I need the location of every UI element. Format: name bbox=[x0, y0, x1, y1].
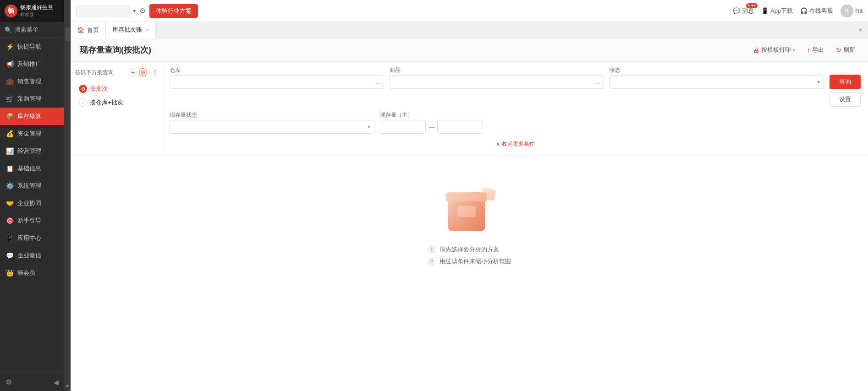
sidebar-item-sales[interactable]: 💼 销售管理 bbox=[0, 73, 64, 90]
app-center-icon: 📱 bbox=[5, 234, 14, 242]
online-service-btn[interactable]: 🎧 在线客服 bbox=[800, 7, 833, 15]
inventory-status-field: 现存量状态 ▾ bbox=[170, 111, 374, 134]
sidebar-item-quick-nav[interactable]: ⚡ 快捷导航 bbox=[0, 38, 64, 55]
sidebar-item-marketing[interactable]: 📢 营销推广 bbox=[0, 55, 64, 73]
sidebar-item-label: 库存核算 bbox=[17, 112, 41, 120]
status-select-wrap[interactable]: ▾ bbox=[610, 75, 824, 89]
step-num-2: 2 bbox=[428, 257, 436, 266]
sidebar-item-basic-info[interactable]: 📋 基础信息 bbox=[0, 160, 64, 177]
tab-inventory-batch[interactable]: 库存批次账 × bbox=[106, 22, 155, 38]
add-icon: + bbox=[131, 69, 135, 76]
sidebar-scroll-down-btn[interactable]: ▼ bbox=[65, 382, 70, 391]
export-btn[interactable]: ↑ 导出 bbox=[803, 44, 828, 56]
sidebar-item-finance[interactable]: 💰 资金管理 bbox=[0, 125, 64, 142]
quick-nav-icon: ⚡ bbox=[5, 43, 14, 51]
sidebar-scroll-track: ▼ bbox=[64, 0, 71, 391]
tab-home[interactable]: 🏠 首页 bbox=[71, 22, 106, 38]
product-more-icon[interactable]: ... bbox=[595, 79, 600, 85]
sidebar-item-label: 系统管理 bbox=[17, 182, 41, 190]
app-download-btn[interactable]: 📱 App下载 bbox=[761, 7, 793, 15]
empty-step-2: 2 用过滤条件来缩小分析范围 bbox=[428, 257, 511, 266]
sidebar-nav: ⚡ 快捷导航 📢 营销推广 💼 销售管理 🛒 采购管理 📦 库存核算 💰 资金管… bbox=[0, 38, 64, 373]
box-inner bbox=[457, 206, 476, 217]
query-btn[interactable]: 查询 bbox=[830, 75, 861, 89]
export-label: 导出 bbox=[812, 46, 824, 54]
sidebar-item-newbie[interactable]: 🎯 新手引导 bbox=[0, 212, 64, 229]
inventory-status-label: 现存量状态 bbox=[170, 111, 374, 119]
inventory-qty-min[interactable] bbox=[380, 120, 426, 134]
warehouse-input-wrap[interactable]: ... bbox=[170, 75, 384, 89]
sidebar-item-system[interactable]: ⚙️ 系统管理 bbox=[0, 177, 64, 195]
message-btn[interactable]: 💬 消息 99+ bbox=[733, 7, 754, 15]
sidebar-scrollbar-thumb[interactable] bbox=[65, 27, 70, 41]
sidebar-item-enterprise-wechat[interactable]: 💬 企业微信 bbox=[0, 247, 64, 264]
print-btn[interactable]: 🖨 按模板打印 ▾ bbox=[749, 44, 799, 56]
collapse-sidebar-icon[interactable]: ◀ bbox=[54, 379, 59, 386]
range-dash: — bbox=[429, 124, 434, 130]
scheme-item-by-warehouse-batch[interactable]: ○ 按仓库+批次 bbox=[75, 96, 157, 109]
avatar: R bbox=[841, 5, 853, 17]
sidebar-item-label: 资金管理 bbox=[17, 130, 41, 138]
scheme-active-icon: ⊙ bbox=[79, 85, 87, 93]
empty-step-1: 1 请先选择要分析的方案 bbox=[428, 245, 511, 254]
product-input[interactable] bbox=[394, 79, 593, 86]
app-title: 畅康通好生意 bbox=[20, 4, 53, 11]
inventory-status-wrap[interactable]: ▾ bbox=[170, 120, 374, 134]
topbar-search-input[interactable] bbox=[76, 5, 131, 16]
operations-icon: 📊 bbox=[5, 147, 14, 155]
warehouse-input[interactable] bbox=[174, 79, 374, 86]
scheme-collapse-btn[interactable]: 《 bbox=[149, 68, 157, 76]
filter-row-1: 仓库 ... 商品 ... bbox=[170, 66, 861, 107]
filter-area: 按以下方案查询 + ⚙ 《 ⊙ 按批次 bbox=[71, 62, 868, 156]
tab-close-btn[interactable]: × bbox=[146, 27, 148, 33]
page-header-actions: 🖨 按模板打印 ▾ ↑ 导出 ↻ 刷新 bbox=[749, 44, 859, 56]
warehouse-field: 仓库 ... bbox=[170, 66, 384, 89]
enterprise-collab-icon: 🤝 bbox=[5, 199, 14, 207]
topbar-dropdown-btn[interactable]: ▾ bbox=[133, 8, 136, 14]
scheme-settings-btn[interactable]: ⚙ bbox=[139, 68, 147, 76]
print-label: 按模板打印 bbox=[761, 46, 791, 54]
sidebar-search[interactable]: 🔍 搜索菜单 bbox=[0, 22, 64, 38]
sidebar-item-operations[interactable]: 📊 经营管理 bbox=[0, 142, 64, 160]
sidebar-item-app-center[interactable]: 📱 应用中心 bbox=[0, 229, 64, 247]
inventory-qty-label: 现存量（主） bbox=[380, 111, 585, 119]
product-input-wrap[interactable]: ... bbox=[390, 75, 604, 89]
sidebar-item-label: 经营管理 bbox=[17, 147, 41, 155]
tabbar-close-right[interactable]: × bbox=[853, 26, 868, 34]
newbie-icon: 🎯 bbox=[5, 217, 14, 225]
filter-buttons: 查询 设置 bbox=[830, 66, 861, 107]
refresh-btn[interactable]: ↻ 刷新 bbox=[832, 44, 859, 56]
inventory-qty-max[interactable] bbox=[437, 120, 483, 134]
basic-info-icon: 📋 bbox=[5, 164, 14, 173]
sidebar-item-label: 畅会员 bbox=[17, 269, 35, 277]
scheme-item-by-batch[interactable]: ⊙ 按批次 bbox=[75, 82, 157, 96]
sidebar-item-inventory[interactable]: 📦 库存核算 bbox=[0, 108, 64, 125]
add-scheme-btn[interactable]: + bbox=[129, 68, 137, 76]
sidebar-item-label: 新手引导 bbox=[17, 217, 41, 225]
collapse-more-btn[interactable]: ∧ 收起更多条件 bbox=[170, 137, 861, 151]
settings-icon[interactable]: ⚙ bbox=[5, 378, 12, 386]
search-icon: 🔍 bbox=[5, 27, 12, 33]
settings-btn[interactable]: 设置 bbox=[830, 92, 861, 107]
step-num-1: 1 bbox=[428, 245, 436, 254]
status-field: 状态 ▾ bbox=[610, 66, 824, 89]
empty-icon bbox=[442, 192, 497, 238]
sidebar-item-enterprise-collab[interactable]: 🤝 企业协同 bbox=[0, 195, 64, 212]
topbar-gear-icon[interactable]: ⚙ bbox=[139, 6, 146, 15]
page-title: 现存量查询(按批次) bbox=[80, 44, 151, 55]
sidebar-item-label: 营销推广 bbox=[17, 60, 41, 68]
inventory-qty-range: — bbox=[380, 120, 585, 134]
buttons-spacer bbox=[801, 111, 861, 119]
warehouse-more-icon[interactable]: ... bbox=[375, 79, 380, 85]
collapse-icon: ∧ bbox=[496, 141, 500, 147]
filter-right: 仓库 ... 商品 ... bbox=[162, 66, 868, 151]
topbar-right: 💬 消息 99+ 📱 App下载 🎧 在线客服 R Rit bbox=[733, 5, 863, 17]
user-menu[interactable]: R Rit bbox=[841, 5, 863, 17]
sidebar-item-label: 企业微信 bbox=[17, 251, 41, 260]
sidebar-item-purchase[interactable]: 🛒 采购管理 bbox=[0, 90, 64, 108]
app-logo: 畅 bbox=[5, 5, 17, 17]
sidebar-header: 畅 畅康通好生意 标准版 bbox=[0, 0, 64, 22]
experience-btn[interactable]: 体验行业方案 bbox=[149, 4, 198, 18]
sidebar-item-member[interactable]: 👑 畅会员 bbox=[0, 264, 64, 282]
collapse-scheme-icon: 《 bbox=[150, 68, 156, 76]
